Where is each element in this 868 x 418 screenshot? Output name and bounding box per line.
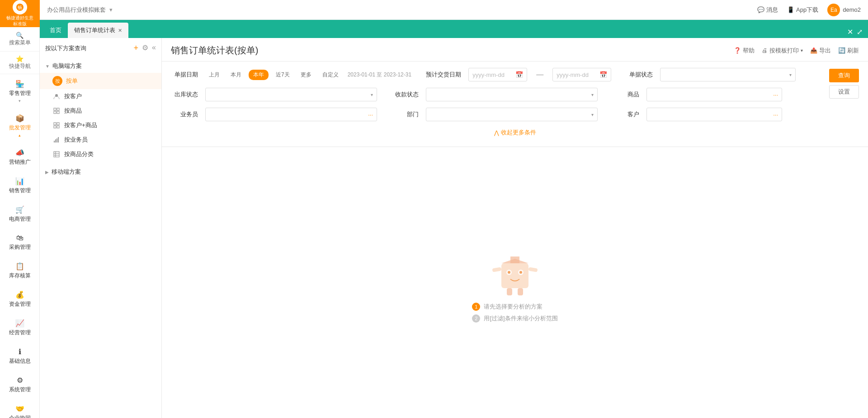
bycustomer-icon — [52, 92, 61, 100]
sidebar-item-inventory[interactable]: 📋 库存核算 — [0, 256, 39, 285]
print-btn[interactable]: 🖨 按模板打印 ▾ — [762, 47, 803, 55]
collapse-icon: ⋀ — [494, 129, 499, 136]
tab-close-icon[interactable]: ✕ — [118, 28, 122, 33]
date-btn-lastmonth[interactable]: 上月 — [205, 70, 223, 80]
calendar-end-icon[interactable]: 📅 — [599, 71, 607, 78]
date-btn-thisyear[interactable]: 本年 — [249, 70, 269, 80]
customer-select[interactable]: ··· — [646, 108, 782, 121]
query-button[interactable]: 查询 — [829, 69, 859, 82]
print-icon: 🖨 — [762, 47, 768, 54]
sidebar-item-system[interactable]: ⚙ 系统管理 — [0, 370, 39, 399]
date-btn-more[interactable]: 更多 — [297, 70, 315, 80]
goods-more-icon[interactable]: ··· — [773, 91, 778, 98]
sidebar-search[interactable]: 🔍 搜索菜单 — [0, 27, 39, 52]
scheme-item-bycustomergoods[interactable]: 按客户+商品 — [40, 118, 161, 133]
scheme-item-bycategory[interactable]: 按商品分类 — [40, 147, 161, 162]
sidebar-item-sales[interactable]: 📊 销售管理 — [0, 171, 39, 200]
username: demo2 — [843, 6, 861, 13]
collapse-panel-btn[interactable]: « — [152, 43, 156, 53]
svg-rect-8 — [57, 123, 59, 125]
basic-icon: ℹ — [19, 347, 21, 356]
status-select[interactable]: ▾ — [660, 68, 796, 81]
sidebar-item-ecommerce[interactable]: 🛒 电商管理 — [0, 200, 39, 228]
breadcrumb-title: 办公用品行业模拟账套 — [47, 6, 106, 14]
sidebar-item-basic[interactable]: ℹ 基础信息 — [0, 342, 39, 370]
salesperson-more-icon[interactable]: ··· — [368, 111, 373, 118]
settings-button[interactable]: 设置 — [829, 85, 859, 99]
tab-expand-icon[interactable]: ⤢ — [857, 28, 863, 36]
expected-date-end[interactable]: yyyy-mm-dd 📅 — [552, 68, 611, 81]
refresh-label: 刷新 — [847, 47, 859, 55]
bygoods-label: 按商品 — [64, 107, 82, 115]
caret-down-icon: ▼ — [45, 64, 50, 69]
ship-status-select[interactable]: ▾ — [205, 88, 377, 101]
app-name: 畅捷通好生意 — [6, 15, 33, 21]
sidebar-item-business[interactable]: 📈 经营管理 — [0, 314, 39, 342]
scheme-item-bysalesperson[interactable]: 按业务员 — [40, 133, 161, 147]
hint2-num: 2 — [472, 314, 480, 323]
mobile-section-title[interactable]: ▶ 移动端方案 — [40, 165, 161, 179]
date-btn-thismonth[interactable]: 本月 — [227, 70, 245, 80]
collapse-btn[interactable]: ⋀ 收起更多条件 — [171, 125, 859, 140]
date-btn-custom[interactable]: 自定义 — [319, 70, 342, 80]
main-area: 办公用品行业模拟账套 ▾ 💬 消息 📱 App下载 Ea demo2 首页 销售… — [40, 0, 868, 418]
message-btn[interactable]: 💬 消息 — [757, 6, 778, 14]
scheme-item-bycustomer[interactable]: 按客户 — [40, 89, 161, 104]
bycategory-icon — [52, 150, 61, 158]
payment-status-label: 收款状态 — [392, 90, 419, 99]
export-btn[interactable]: 📤 导出 — [810, 47, 831, 55]
calendar-start-icon[interactable]: 📅 — [515, 71, 523, 78]
payment-chevron-icon: ▾ — [591, 92, 594, 97]
sidebar-item-label: 零售管理 — [9, 90, 31, 97]
settings-scheme-btn[interactable]: ⚙ — [142, 43, 148, 53]
sidebar-item-wholesale[interactable]: 📦 批发管理 ▴ — [0, 109, 39, 143]
pc-section-label: 电脑端方案 — [52, 62, 82, 70]
tab-home[interactable]: 首页 — [43, 23, 68, 38]
customer-more-icon[interactable]: ··· — [773, 111, 778, 118]
goods-select[interactable]: ··· — [646, 88, 782, 101]
finance-icon: 💰 — [15, 290, 24, 299]
tab-sales-order-label: 销售订单统计表 — [74, 26, 115, 34]
collapse-label: 收起更多条件 — [501, 128, 536, 137]
pc-section-title[interactable]: ▼ 电脑端方案 — [40, 59, 161, 73]
app-download-btn[interactable]: 📱 App下载 — [787, 6, 818, 14]
salesperson-select[interactable]: ··· — [205, 108, 377, 121]
sidebar-item-retail[interactable]: 🏪 零售管理 ▾ — [0, 74, 39, 109]
scheme-item-byorder[interactable]: 按 按单 — [40, 73, 161, 89]
sidebar-item-finance[interactable]: 💰 资金管理 — [0, 285, 39, 314]
ship-chevron-icon: ▾ — [371, 92, 373, 97]
svg-rect-10 — [57, 126, 59, 128]
hint2-text: 用[过滤]条件来缩小分析范围 — [484, 314, 557, 323]
date-btn-7days[interactable]: 近7天 — [272, 70, 293, 80]
retail-icon: 🏪 — [15, 80, 24, 88]
svg-rect-26 — [492, 267, 501, 272]
help-btn[interactable]: ❓ 帮助 — [734, 47, 755, 55]
quick-nav-label: 快捷导航 — [9, 63, 31, 69]
svg-point-25 — [519, 271, 522, 274]
sidebar-item-label: 营销推广 — [9, 158, 31, 166]
page-title-actions: ❓ 帮助 🖨 按模板打印 ▾ 📤 导出 🔄 刷新 — [734, 47, 859, 55]
svg-rect-14 — [58, 137, 59, 142]
refresh-btn[interactable]: 🔄 刷新 — [838, 47, 859, 55]
tab-sales-order[interactable]: 销售订单统计表 ✕ — [68, 23, 128, 38]
svg-rect-7 — [54, 123, 56, 125]
quick-nav[interactable]: ⭐ 快捷导航 — [0, 52, 39, 74]
add-scheme-btn[interactable]: + — [134, 43, 139, 53]
tab-close-all-icon[interactable]: ✕ — [847, 28, 853, 36]
breadcrumb-dropdown-icon[interactable]: ▾ — [109, 6, 113, 13]
dept-select[interactable]: ▾ — [426, 108, 598, 121]
user-avatar: Ea — [827, 4, 840, 16]
user-info[interactable]: Ea demo2 — [827, 4, 861, 16]
sales-icon: 📊 — [15, 177, 24, 185]
inventory-icon: 📋 — [15, 262, 24, 271]
download-icon: 📱 — [787, 6, 794, 13]
scheme-item-bygoods[interactable]: 按商品 — [40, 104, 161, 118]
filter-row-3: 业务员 ··· 部门 ▾ 客户 ··· — [171, 108, 822, 121]
sidebar-item-marketing[interactable]: 📣 营销推广 — [0, 143, 39, 171]
logo-icon: 畅 — [13, 0, 27, 14]
sidebar-item-purchase[interactable]: 🛍 采购管理 — [0, 228, 39, 256]
expected-date-start[interactable]: yyyy-mm-dd 📅 — [468, 68, 527, 81]
left-panel-title: 按以下方案查询 — [45, 44, 86, 52]
sidebar-item-collab[interactable]: 🤝 企业协同 — [0, 399, 39, 418]
payment-status-select[interactable]: ▾ — [426, 88, 598, 101]
